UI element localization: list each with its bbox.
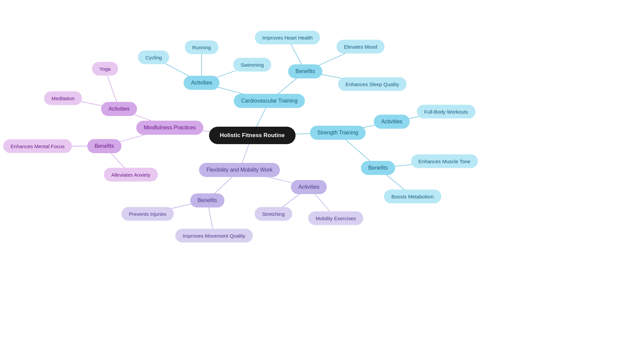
node-mood: Elevates Mood xyxy=(336,40,384,54)
node-cardio-acts: Activities xyxy=(183,76,219,90)
node-yoga: Yoga xyxy=(92,62,118,76)
node-str-acts: Activities xyxy=(374,115,410,129)
node-flex-bens: Benefits xyxy=(190,193,224,207)
node-swimming: Swimming xyxy=(233,58,271,72)
node-anxiety: Alleviates Anxiety xyxy=(104,168,158,182)
node-movement: Improves Movement Quality xyxy=(175,229,253,243)
node-cardio-bens: Benefits xyxy=(288,64,322,78)
node-cycling: Cycling xyxy=(138,51,169,64)
node-center: Holistic Fitness Routine xyxy=(209,127,296,144)
node-mind-acts: Activities xyxy=(101,102,137,116)
node-fullbody: Full-Body Workouts xyxy=(417,105,476,119)
node-mental: Enhances Mental Focus xyxy=(3,139,72,153)
node-muscle: Enhances Muscle Tone xyxy=(411,155,478,168)
node-mobility: Mobility Exercises xyxy=(308,211,363,225)
node-injuries: Prevents Injuries xyxy=(121,207,174,221)
node-cardio: Cardiovascular Training xyxy=(234,94,305,108)
node-mind-bens: Benefits xyxy=(87,139,121,153)
node-flex: Flexibility and Mobility Work xyxy=(199,163,280,177)
node-metabolism: Boosts Metabolism xyxy=(384,190,441,203)
node-mindful: Mindfulness Practices xyxy=(136,121,203,135)
node-sleep: Enhances Sleep Quality xyxy=(338,77,407,91)
node-strength: Strength Training xyxy=(310,126,366,140)
node-meditation: Meditation xyxy=(44,92,82,105)
node-str-bens: Benefits xyxy=(361,161,395,175)
node-flex-acts: Activities xyxy=(291,180,327,194)
node-heart: Improves Heart Health xyxy=(255,31,320,45)
node-running: Running xyxy=(185,41,218,54)
node-stretching: Stretching xyxy=(255,207,292,221)
